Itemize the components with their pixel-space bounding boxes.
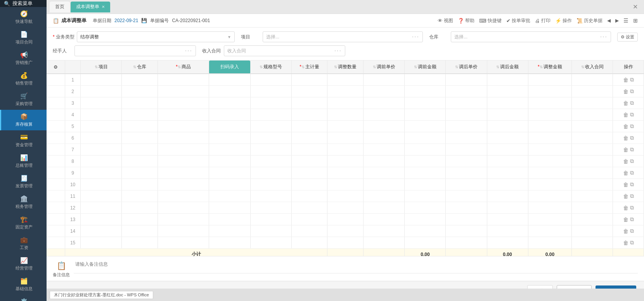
row-income-5[interactable]	[572, 121, 613, 132]
col-unit[interactable]: *⇅主计量	[291, 61, 327, 74]
row-after-amount-5[interactable]	[487, 121, 528, 132]
row-unit-9[interactable]	[291, 167, 327, 179]
window-close-button[interactable]: ✕	[630, 3, 641, 10]
row-goods-10[interactable]	[158, 179, 209, 190]
row-after-price-14[interactable]	[446, 225, 487, 237]
row-before-price-6[interactable]	[364, 132, 405, 144]
action-view[interactable]: 👁视图	[438, 17, 453, 24]
notes-input[interactable]	[74, 259, 638, 273]
row-unit-11[interactable]	[291, 190, 327, 202]
row-income-9[interactable]	[572, 167, 613, 179]
row-before-price-12[interactable]	[364, 202, 405, 214]
row-scan-5[interactable]	[209, 121, 250, 132]
sidebar-item-sales-mgmt[interactable]: 💰销售管理	[0, 69, 47, 89]
row-before-amount-13[interactable]	[405, 214, 446, 225]
row-warehouse-7[interactable]	[122, 144, 158, 156]
row-qty-4[interactable]	[327, 109, 364, 121]
row-unit-14[interactable]	[291, 225, 327, 237]
row-spec-9[interactable]	[250, 167, 291, 179]
row-scan-4[interactable]	[209, 109, 250, 121]
row-qty-1[interactable]	[327, 74, 364, 86]
row-copy-10[interactable]: ⧉	[630, 181, 634, 188]
row-qty-14[interactable]	[327, 225, 364, 237]
row-before-amount-10[interactable]	[405, 179, 446, 190]
row-adjust-amount-4[interactable]	[528, 109, 572, 121]
col-after-price[interactable]: ⇅调后单价	[446, 61, 487, 74]
date-value[interactable]: 2022-09-21	[114, 18, 138, 23]
row-goods-3[interactable]	[158, 97, 209, 109]
row-after-price-7[interactable]	[446, 144, 487, 156]
row-delete-13[interactable]: 🗑	[623, 216, 628, 223]
col-income-contract[interactable]: ⇅收入合同	[572, 61, 613, 74]
row-warehouse-12[interactable]	[122, 202, 158, 214]
row-project-9[interactable]	[81, 167, 122, 179]
row-income-6[interactable]	[572, 132, 613, 144]
col-before-amount[interactable]: ⇅调前金额	[405, 61, 446, 74]
row-delete-6[interactable]: 🗑	[623, 135, 628, 141]
row-before-price-13[interactable]	[364, 214, 405, 225]
row-scan-8[interactable]	[209, 156, 250, 167]
row-project-10[interactable]	[81, 179, 122, 190]
row-warehouse-15[interactable]	[122, 237, 158, 249]
row-after-price-6[interactable]	[446, 132, 487, 144]
row-before-price-9[interactable]	[364, 167, 405, 179]
row-qty-3[interactable]	[327, 97, 364, 109]
tab-close-icon[interactable]: ✕	[102, 5, 105, 9]
row-adjust-amount-15[interactable]	[528, 237, 572, 249]
project-input[interactable]: 选择... ···	[263, 31, 423, 42]
row-warehouse-6[interactable]	[122, 132, 158, 144]
sidebar-item-funds-mgmt[interactable]: 💳资金管理	[0, 130, 47, 151]
row-spec-13[interactable]	[250, 214, 291, 225]
row-income-7[interactable]	[572, 144, 613, 156]
row-before-price-3[interactable]	[364, 97, 405, 109]
row-goods-9[interactable]	[158, 167, 209, 179]
row-after-price-4[interactable]	[446, 109, 487, 121]
row-before-amount-8[interactable]	[405, 156, 446, 167]
row-after-price-2[interactable]	[446, 86, 487, 97]
row-after-amount-4[interactable]	[487, 109, 528, 121]
row-project-15[interactable]	[81, 237, 122, 249]
row-after-amount-7[interactable]	[487, 144, 528, 156]
sidebar-item-inventory[interactable]: 📦库存核算	[0, 110, 47, 130]
row-copy-6[interactable]: ⧉	[630, 135, 634, 141]
row-delete-4[interactable]: 🗑	[623, 111, 628, 118]
row-copy-9[interactable]: ⧉	[630, 170, 634, 176]
row-scan-11[interactable]	[209, 190, 250, 202]
row-project-1[interactable]	[81, 74, 122, 86]
row-adjust-amount-2[interactable]	[528, 86, 572, 97]
row-warehouse-8[interactable]	[122, 156, 158, 167]
row-copy-11[interactable]: ⧉	[630, 193, 634, 199]
row-after-amount-11[interactable]	[487, 190, 528, 202]
row-after-price-3[interactable]	[446, 97, 487, 109]
row-qty-10[interactable]	[327, 179, 364, 190]
row-before-amount-1[interactable]	[405, 74, 446, 86]
row-after-amount-13[interactable]	[487, 214, 528, 225]
row-adjust-amount-3[interactable]	[528, 97, 572, 109]
row-copy-12[interactable]: ⧉	[630, 204, 634, 211]
row-adjust-amount-12[interactable]	[528, 202, 572, 214]
row-project-13[interactable]	[81, 214, 122, 225]
col-spec[interactable]: ⇅规格型号	[250, 61, 291, 74]
row-adjust-amount-14[interactable]	[528, 225, 572, 237]
sidebar-item-quick-nav[interactable]: 🧭快速导航	[0, 7, 47, 28]
action-history[interactable]: 📜历史单据	[576, 17, 602, 24]
action-help[interactable]: ❓帮助	[458, 17, 474, 24]
row-delete-10[interactable]: 🗑	[623, 181, 628, 188]
row-scan-1[interactable]	[209, 74, 250, 86]
row-before-amount-9[interactable]	[405, 167, 446, 179]
row-scan-13[interactable]	[209, 214, 250, 225]
row-before-price-8[interactable]	[364, 156, 405, 167]
sidebar-item-ledger-mgmt[interactable]: 📊总账管理	[0, 151, 47, 171]
table-container[interactable]: ⚙ ⇅项目 ⇅仓库 *⇅商品 扫码录入 ⇅规格型号 *⇅主计量 ⇅调整数量 ⇅调…	[47, 61, 644, 256]
action-shortcut[interactable]: ⌨快捷键	[479, 17, 502, 24]
row-income-15[interactable]	[572, 237, 613, 249]
row-warehouse-11[interactable]	[122, 190, 158, 202]
row-adjust-amount-1[interactable]	[528, 74, 572, 86]
row-before-amount-2[interactable]	[405, 86, 446, 97]
row-goods-5[interactable]	[158, 121, 209, 132]
row-scan-12[interactable]	[209, 202, 250, 214]
row-unit-15[interactable]	[291, 237, 327, 249]
warehouse-input[interactable]: 选择... ···	[451, 31, 611, 42]
row-after-amount-15[interactable]	[487, 237, 528, 249]
row-delete-14[interactable]: 🗑	[623, 228, 628, 234]
